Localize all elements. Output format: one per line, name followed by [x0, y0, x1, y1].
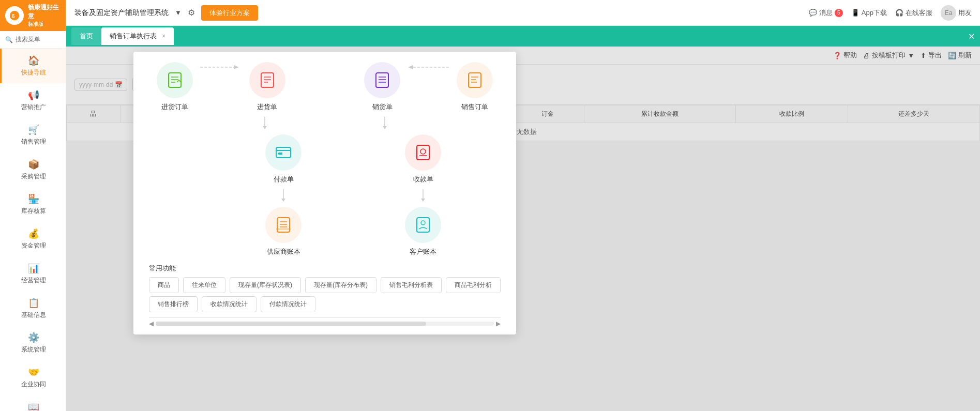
sidebar-item-marketing[interactable]: 📢 营销推广: [0, 83, 66, 118]
tab-sales-order[interactable]: 销售订单执行表 ×: [101, 27, 174, 45]
search-icon: 🔍: [5, 36, 13, 43]
enterprise-icon: 🤝: [28, 367, 39, 378]
download-icon: 📱: [851, 9, 860, 17]
sidebar-item-system[interactable]: ⚙️ 系统管理: [0, 326, 66, 360]
sidebar-item-enterprise[interactable]: 🤝 企业协同: [0, 360, 66, 395]
service-icon: 🎧: [895, 9, 903, 17]
sidebar-item-label: 快捷导航: [21, 68, 46, 77]
basic-info-icon: 📋: [28, 297, 39, 309]
customer-account-label: 客户账本: [410, 247, 436, 256]
svg-point-30: [420, 149, 426, 154]
purchase-bill-node[interactable]: 进货单: [242, 62, 293, 112]
online-service-label: 在线客服: [906, 8, 932, 18]
experience-button[interactable]: 体验行业方案: [201, 5, 258, 21]
app-download-button[interactable]: 📱 App下载: [851, 8, 887, 18]
purchase-order-icon: [157, 62, 193, 98]
sidebar-nav: 🏠 快捷导航 📢 营销推广 🛒 销售管理 📦 采购管理 🏪 库存核算 💰: [0, 49, 66, 411]
svg-marker-35: [421, 199, 425, 202]
sales-bill-label: 销货单: [372, 102, 393, 112]
btn-sales-ranking[interactable]: 销售排行榜: [149, 296, 198, 312]
receipt-bill-icon: [405, 134, 441, 171]
sidebar-item-quick-nav[interactable]: 🏠 快捷导航: [0, 49, 66, 83]
svg-rect-26: [276, 147, 291, 158]
receipt-bill-label: 收款单: [413, 175, 433, 184]
top-header: 装备及固定资产辅助管理系统 ▼ ⚙ 体验行业方案 💬 消息 5 📱 App下载 …: [66, 0, 980, 26]
sidebar: 6 畅康通好生意 标准版 🔍 搜索菜单 🏠 快捷导航 📢 营销推广 🛒 销售管理: [0, 0, 66, 411]
content-area: ❓ 帮助 🖨 按模板打印 ▼ ⬆ 导出 🔄 刷新: [66, 47, 980, 411]
app-download-label: App下载: [862, 8, 887, 18]
payment-bill-node[interactable]: 付款单: [252, 134, 314, 184]
dialog-scrollbar[interactable]: ◀ ▶: [149, 317, 501, 329]
scroll-right-arrow[interactable]: ▶: [496, 320, 501, 327]
tab-home[interactable]: 首页: [71, 27, 101, 45]
customer-account-node[interactable]: 客户账本: [392, 207, 454, 256]
logo-text: 畅康通好生意: [28, 3, 61, 21]
sidebar-item-label: 库存核算: [21, 207, 46, 216]
system-dropdown[interactable]: ▼: [175, 9, 182, 17]
purchase-order-node[interactable]: 进货订单: [149, 62, 200, 112]
btn-payment-stats[interactable]: 付款情况统计: [261, 296, 315, 312]
online-service-button[interactable]: 🎧 在线客服: [895, 8, 932, 18]
btn-receipt-stats[interactable]: 收款情况统计: [202, 296, 257, 312]
search-label: 搜索菜单: [16, 35, 40, 44]
svg-marker-25: [383, 126, 387, 129]
search-menu[interactable]: 🔍 搜索菜单: [0, 31, 66, 49]
payment-bill-label: 付款单: [274, 175, 294, 184]
supplier-account-node[interactable]: 供应商账本: [252, 207, 314, 256]
supplier-account-label: 供应商账本: [267, 247, 300, 256]
sidebar-item-inventory[interactable]: 🏪 库存核算: [0, 187, 66, 222]
sales-bill-node[interactable]: 销货单: [357, 62, 408, 112]
receipt-bill-node[interactable]: 收款单: [392, 134, 454, 184]
tab-home-label: 首页: [80, 32, 93, 41]
svg-text:6: 6: [12, 13, 15, 19]
sidebar-item-purchase[interactable]: 📦 采购管理: [0, 153, 66, 187]
app-logo: 6 畅康通好生意 标准版: [0, 0, 66, 31]
system-icon: ⚙️: [28, 332, 39, 343]
supplier-account-icon: [265, 207, 301, 243]
sales-order-icon: [457, 62, 493, 98]
svg-marker-16: [408, 65, 413, 69]
sidebar-item-label: 营销推广: [21, 103, 46, 112]
common-functions: 常用功能 商品 往来单位 现存量(库存状况表) 现存量(库存分布表) 销售毛利分…: [149, 264, 501, 312]
btn-stock-status[interactable]: 现存量(库存状况表): [230, 277, 301, 293]
common-functions-title: 常用功能: [149, 264, 501, 273]
message-badge: 5: [835, 9, 843, 17]
btn-product-profit[interactable]: 商品毛利分析: [446, 277, 501, 293]
btn-stock-dist[interactable]: 现存量(库存分布表): [305, 277, 376, 293]
sidebar-item-operations[interactable]: 📊 经营管理: [0, 256, 66, 291]
sidebar-item-basic-info[interactable]: 📋 基础信息: [0, 291, 66, 326]
sidebar-item-label: 基础信息: [21, 311, 46, 319]
main-area: 装备及固定资产辅助管理系统 ▼ ⚙ 体验行业方案 💬 消息 5 📱 App下载 …: [66, 0, 980, 411]
sidebar-item-label: 资金管理: [21, 241, 46, 250]
common-buttons-row2: 销售排行榜 收款情况统计 付款情况统计: [149, 296, 501, 312]
tab-bar-close-button[interactable]: ✕: [968, 32, 975, 41]
purchase-bill-label: 进货单: [257, 102, 277, 112]
common-buttons-row1: 商品 往来单位 现存量(库存状况表) 现存量(库存分布表) 销售毛利分析表 商品…: [149, 277, 501, 293]
sales-order-node[interactable]: 销售订单: [449, 62, 501, 112]
sidebar-item-label: 企业协同: [21, 380, 46, 389]
popup-overlay[interactable]: 进货订单 进货单: [66, 47, 980, 411]
header-actions: 💬 消息 5 📱 App下载 🎧 在线客服 Ea 用友: [809, 5, 972, 21]
svg-rect-8: [261, 73, 274, 87]
btn-product[interactable]: 商品: [149, 277, 179, 293]
user-name: 用友: [958, 8, 972, 18]
popup-dialog: 进货订单 进货单: [133, 52, 516, 334]
guide-icon: 📖: [28, 401, 39, 411]
message-button[interactable]: 💬 消息 5: [809, 8, 843, 18]
btn-counterpart[interactable]: 往来单位: [183, 277, 225, 293]
arrow-purchase-order-to-bill: [200, 62, 242, 87]
svg-rect-29: [417, 145, 429, 160]
user-menu[interactable]: Ea 用友: [941, 5, 972, 21]
operations-icon: 📊: [28, 263, 39, 274]
sidebar-item-sales[interactable]: 🛒 销售管理: [0, 118, 66, 153]
btn-sales-profit[interactable]: 销售毛利分析表: [381, 277, 442, 293]
svg-marker-7: [234, 65, 239, 69]
settings-icon[interactable]: ⚙: [188, 8, 195, 18]
sidebar-item-finance[interactable]: 💰 资金管理: [0, 222, 66, 256]
avatar: Ea: [941, 5, 956, 21]
sidebar-item-guide[interactable]: 📖 新手引导: [0, 395, 66, 411]
scroll-left-arrow[interactable]: ◀: [149, 320, 154, 327]
svg-rect-12: [376, 73, 388, 87]
tab-close-icon[interactable]: ×: [162, 33, 165, 40]
sales-bill-icon: [364, 62, 400, 98]
